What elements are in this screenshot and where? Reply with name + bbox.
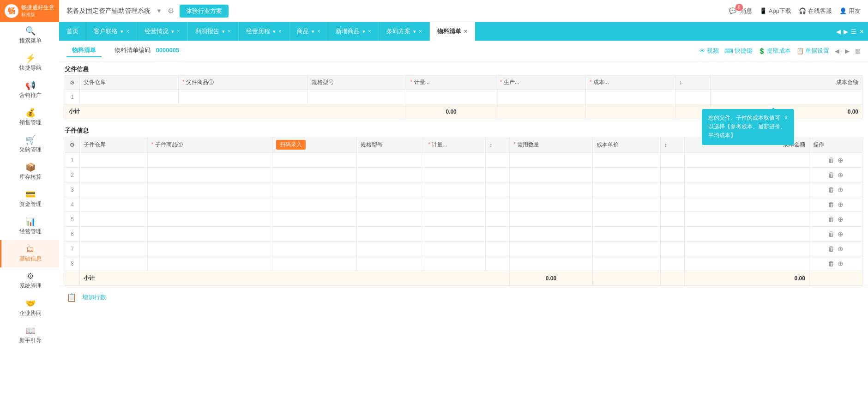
gear-icon[interactable]: ⚙: [168, 6, 174, 15]
parent-cell-goods[interactable]: [178, 90, 307, 104]
sub-tab-bom-code[interactable]: 物料清单编码 0000005: [109, 44, 185, 57]
copy-icon[interactable]: ⊕: [838, 230, 844, 238]
child-col-scan: 扫码录入: [272, 137, 356, 153]
close-icon[interactable]: ×: [177, 28, 180, 35]
child-row: 6 🗑⊕: [65, 227, 862, 242]
grid-icon[interactable]: ▦: [855, 48, 861, 54]
sidebar-item-marketing[interactable]: 📢 营销推广: [0, 77, 59, 104]
keyboard-icon: ⌨: [724, 48, 733, 54]
sidebar-item-purchase[interactable]: 🛒 采购管理: [0, 131, 59, 158]
delete-icon[interactable]: 🗑: [828, 156, 835, 164]
nav-menu-icon[interactable]: ☰: [851, 28, 856, 35]
sidebar-item-operations[interactable]: 📊 经营管理: [0, 213, 59, 240]
tab-home[interactable]: 首页: [59, 22, 86, 41]
setting-action[interactable]: 📋 单据设置: [796, 47, 829, 55]
copy-icon[interactable]: ⊕: [838, 260, 844, 268]
delete-icon[interactable]: 🗑: [828, 186, 835, 193]
close-icon[interactable]: ×: [464, 28, 467, 35]
close-icon[interactable]: ×: [368, 28, 371, 35]
child-cell-goods-1[interactable]: [147, 153, 272, 168]
delete-icon[interactable]: 🗑: [828, 171, 835, 179]
cost-icon: 💲: [758, 48, 766, 54]
tab-profit[interactable]: 利润报告 ▾ ×: [188, 22, 239, 41]
nav-next-icon[interactable]: ▶: [845, 48, 850, 54]
tab-history[interactable]: 经营历程 ▾ ×: [239, 22, 289, 41]
child-cell-warehouse-1[interactable]: [80, 153, 148, 168]
parent-subtotal-label: 小计: [65, 104, 406, 119]
delete-icon[interactable]: 🗑: [828, 260, 835, 267]
child-cell-unitcost-1[interactable]: [593, 153, 661, 168]
sidebar-item-collab[interactable]: 🤝 企业协同: [0, 295, 59, 322]
tab-operations[interactable]: 经营情况 ▾ ×: [137, 22, 188, 41]
nav-close-all-icon[interactable]: ✕: [859, 28, 864, 35]
sidebar-item-search[interactable]: 🔍 搜索菜单: [0, 22, 59, 49]
tab-bom[interactable]: 物料清单 ×: [430, 22, 475, 41]
sub-tab-bom[interactable]: 物料清单: [66, 44, 102, 57]
parent-cell-spec[interactable]: [307, 90, 406, 104]
child-cell-spec-1[interactable]: [356, 153, 424, 168]
copy-icon[interactable]: ⊕: [838, 171, 844, 179]
shortcut-action[interactable]: ⌨ 快捷键: [724, 47, 753, 55]
child-col-goods: * 子件商品①: [147, 137, 272, 153]
message-action[interactable]: 💬 6 消息: [729, 7, 752, 15]
parent-cell-unit[interactable]: [406, 90, 496, 104]
delete-icon[interactable]: 🗑: [828, 245, 835, 253]
child-col-qty: * 需用数量: [509, 137, 592, 153]
tab-customers[interactable]: 客户联络 ▾ ×: [86, 22, 137, 41]
copy-icon[interactable]: ⊕: [838, 215, 844, 224]
online-service-action[interactable]: 🎧 在线客服: [799, 7, 832, 15]
child-cell-unit-1[interactable]: [424, 153, 486, 168]
sidebar-item-sales[interactable]: 💰 销售管理: [0, 104, 59, 131]
sidebar-item-inventory[interactable]: 📦 库存核算: [0, 158, 59, 186]
close-icon[interactable]: ×: [419, 28, 422, 35]
trial-button[interactable]: 体验行业方案: [180, 5, 229, 18]
cost-action[interactable]: 💲 提取成本: [758, 47, 791, 55]
delete-icon[interactable]: 🗑: [828, 215, 835, 223]
parent-cell-warehouse[interactable]: [80, 90, 179, 104]
nav-prev-icon[interactable]: ◀: [835, 48, 839, 54]
purchase-icon: 🛒: [25, 136, 36, 144]
user-action[interactable]: 👤 用友: [839, 7, 861, 15]
child-cell-qty-1[interactable]: [509, 153, 592, 168]
finance-icon: 💳: [25, 190, 36, 199]
app-download-action[interactable]: 📱 App下载: [760, 7, 791, 15]
sidebar-item-purchase-label: 采购管理: [19, 146, 42, 154]
parent-cell-produce[interactable]: [496, 90, 585, 104]
sidebar-item-finance[interactable]: 💳 资金管理: [0, 186, 59, 213]
parent-col-produce: * 生产...: [496, 76, 585, 90]
close-icon[interactable]: ×: [228, 28, 231, 35]
tab-goods[interactable]: 商品 ▾ ×: [289, 22, 328, 41]
close-icon[interactable]: ×: [126, 28, 129, 35]
bottom-bar: 📋 增加行数: [59, 286, 868, 308]
delete-icon[interactable]: 🗑: [828, 200, 835, 208]
sidebar-item-guide[interactable]: 📖 新手引导: [0, 322, 59, 349]
nav-tabs: 首页 客户联络 ▾ × 经营情况 ▾ × 利润报告 ▾ × 经营历程 ▾ × 商…: [59, 22, 868, 41]
tab-newgoods[interactable]: 新增商品 ▾ ×: [328, 22, 379, 41]
child-row: 2 🗑⊕: [65, 168, 862, 182]
view-action[interactable]: 👁 视频: [699, 47, 719, 55]
close-icon[interactable]: ×: [317, 28, 320, 35]
sidebar-item-system[interactable]: ⚙ 系统管理: [0, 267, 59, 295]
copy-icon[interactable]: ⊕: [838, 200, 844, 209]
sidebar-item-nav[interactable]: ⚡ 快捷导航: [0, 49, 59, 77]
sidebar-item-search-label: 搜索菜单: [19, 37, 42, 45]
nav-left-icon[interactable]: ◀: [836, 28, 841, 35]
delete-icon[interactable]: 🗑: [828, 230, 835, 238]
child-cell-scan-1: [272, 153, 356, 168]
nav-right-icon[interactable]: ▶: [844, 28, 848, 35]
parent-col-warehouse: 父件仓库: [80, 76, 179, 90]
tab-barcode[interactable]: 条码方案 ▾ ×: [379, 22, 430, 41]
copy-icon[interactable]: ⊕: [838, 156, 844, 164]
add-rows-label[interactable]: 增加行数: [82, 293, 106, 302]
tooltip-box: × 您的父件、子件的成本取值可以选择【参考成本、最新进价、平均成本】: [702, 109, 794, 145]
tooltip-close-button[interactable]: ×: [784, 114, 788, 122]
child-col-spec: 规格型号: [356, 137, 424, 153]
parent-col-sort: ↕: [675, 76, 711, 90]
close-icon[interactable]: ×: [278, 28, 282, 35]
dropdown-icon[interactable]: ▼: [156, 7, 162, 14]
copy-icon[interactable]: ⊕: [838, 245, 844, 253]
parent-cell-cost[interactable]: [585, 90, 675, 104]
copy-icon[interactable]: ⊕: [838, 186, 844, 194]
sidebar-item-basicinfo[interactable]: 🗂 基础信息: [0, 240, 59, 267]
scan-button[interactable]: 扫码录入: [276, 140, 306, 150]
